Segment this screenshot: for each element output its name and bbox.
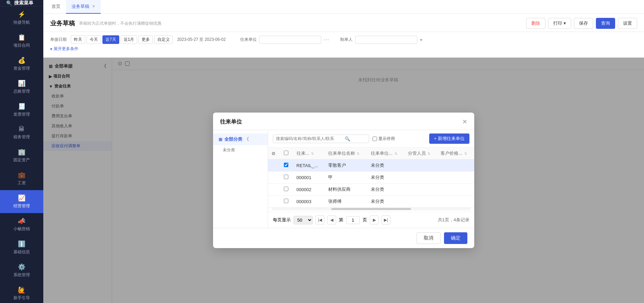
page-prefix: 第 [339, 217, 343, 223]
col-settings-icon[interactable]: ⚙ [271, 151, 276, 156]
show-disabled-text: 显示停用 [378, 136, 395, 142]
table-row[interactable]: RETAIL_... 零散客户 未分类 [268, 160, 474, 172]
scrollbar-thumb[interactable] [331, 208, 411, 210]
date-filter-label: 单据日期 [50, 37, 67, 43]
prev-page-btn[interactable]: ◀ [327, 215, 336, 224]
row-checkbox[interactable] [284, 187, 288, 191]
date-btn-7days[interactable]: 近7天 [102, 35, 119, 44]
save-button[interactable]: 保存 [574, 18, 593, 29]
creator-label: 制单人 [340, 37, 353, 43]
table-select-all[interactable] [284, 151, 288, 155]
horizontal-scrollbar[interactable] [271, 208, 471, 210]
sort-mgr-icon[interactable]: ⇅ [428, 152, 430, 155]
creator-input[interactable] [355, 36, 417, 44]
cancel-button[interactable]: 取消 [417, 232, 441, 244]
per-page-select[interactable]: 50 100 [293, 216, 313, 224]
first-page-btn[interactable]: |◀ [315, 215, 324, 224]
td-code: 000003 [293, 196, 325, 208]
expand-arrow-icon: ▾ [50, 47, 52, 51]
th-manager: 分管人员 ⇅ [404, 148, 437, 160]
show-disabled-checkbox[interactable] [373, 137, 377, 141]
td-price [437, 172, 474, 184]
th-price: 客户价格... ⇅ [437, 148, 474, 160]
sidebar-item-quick-nav[interactable]: ⚡ 快捷导航 [0, 7, 43, 30]
dialog-cat-all[interactable]: ⊞ 全部分类 《 [213, 133, 268, 145]
td-code: RETAIL_... [293, 160, 325, 172]
dialog-search-input[interactable] [276, 136, 345, 141]
sidebar-item-project[interactable]: 📋 项目合同 [0, 30, 43, 53]
sidebar-item-accounts[interactable]: 📊 总账管理 [0, 75, 43, 98]
settings-button[interactable]: 设置 [618, 18, 637, 29]
show-disabled-label: 显示停用 [373, 136, 395, 142]
date-btn-more[interactable]: 更多 [138, 35, 153, 44]
date-btn-today[interactable]: 今天 [87, 35, 101, 44]
dialog-toolbar: 🔍 显示停用 + 新增往来单位 [268, 130, 474, 148]
td-name: 甲 [325, 172, 368, 184]
delete-button[interactable]: 删除 [526, 18, 545, 29]
tab-draft-label: 业务草稿 [71, 3, 89, 10]
assets-icon: 🏢 [18, 148, 25, 156]
last-page-btn[interactable]: ▶| [381, 215, 390, 224]
dialog-close-icon[interactable]: ✕ [462, 118, 467, 126]
sort-name-icon[interactable]: ⇅ [357, 152, 359, 155]
table-row[interactable]: 000001 甲 未分类 [268, 172, 474, 184]
row-checkbox[interactable] [284, 199, 288, 203]
sidebar-item-label: 发票管理 [13, 112, 30, 117]
table-row[interactable]: 000002 材料供应商 未分类 [268, 184, 474, 196]
confirm-button[interactable]: 确定 [444, 232, 467, 244]
sidebar-logo-label[interactable]: 搜索菜单 [14, 0, 33, 6]
page-header: 业务草稿 草稿转为正式单据时，不会执行满赠促销优惠 删除 打印 ▾ 保存 查询 … [43, 14, 644, 32]
tab-home[interactable]: 首页 [46, 0, 66, 14]
sidebar-item-guide[interactable]: 🙋 新手引导 [0, 282, 43, 303]
sort-code-icon[interactable]: ⇅ [311, 152, 314, 155]
td-checkbox [280, 196, 293, 208]
cat-collapse-icon[interactable]: 《 [244, 136, 249, 142]
operations-icon: 📈 [18, 194, 25, 202]
sidebar-item-base[interactable]: ℹ️ 基础信息 [0, 236, 43, 259]
print-button[interactable]: 打印 ▾ [548, 18, 571, 29]
filter-area: 单据日期 昨天 今天 近7天 近1月 更多 自定义 2023-05-27 至 2… [43, 32, 644, 58]
date-btn-yesterday[interactable]: 昨天 [71, 35, 85, 44]
guide-icon: 🙋 [18, 286, 25, 294]
partner-input[interactable] [259, 36, 321, 44]
query-button[interactable]: 查询 [596, 18, 615, 29]
date-btn-custom[interactable]: 自定义 [154, 35, 173, 44]
sidebar-item-label: 固定资产 [13, 157, 30, 163]
salary-icon: 💼 [18, 171, 25, 179]
row-checkbox[interactable] [284, 163, 288, 167]
page-title-area: 业务草稿 草稿转为正式单据时，不会执行满赠促销优惠 [50, 19, 162, 27]
sidebar-item-invoice[interactable]: 🧾 发票管理 [0, 98, 43, 121]
finance-icon: 💰 [18, 57, 25, 64]
add-partner-button[interactable]: + 新增往来单位 [429, 133, 469, 144]
dialog: 往来单位 ✕ ⊞ 全部分类 《 未分类 [213, 113, 474, 248]
page-number-input[interactable] [346, 216, 360, 224]
sidebar-item-tax[interactable]: 🏛 税务管理 [0, 121, 43, 144]
sidebar-item-finance[interactable]: 💰 资金管理 [0, 53, 43, 75]
table-row[interactable]: 000003 张师傅 未分类 [268, 196, 474, 208]
td-settings [268, 160, 280, 172]
tab-draft[interactable]: 业务草稿 ✕ [66, 0, 101, 14]
partner-label: 往来单位 [240, 37, 257, 43]
sort-cat-icon[interactable]: ⇅ [395, 152, 397, 155]
base-icon: ℹ️ [18, 240, 25, 248]
sidebar-item-salary[interactable]: 💼 工资 [0, 167, 43, 190]
next-page-btn[interactable]: ▶ [370, 215, 379, 224]
page-total: 共1页，4条记录 [438, 217, 469, 223]
dialog-cat-unclassified[interactable]: 未分类 [213, 145, 268, 155]
th-checkbox [280, 148, 293, 160]
sidebar-item-assets[interactable]: 🏢 固定资产 [0, 144, 43, 167]
td-code: 000001 [293, 172, 325, 184]
content-area: ⊞ 全部单据 《 ▶ 项目合同 ▼ 资金往来 收款单 付款单 费用支出单 其他收… [43, 58, 644, 303]
page-subtitle: 草稿转为正式单据时，不会执行满赠促销优惠 [79, 21, 162, 26]
row-checkbox[interactable] [284, 175, 288, 179]
partner-table: ⚙ 往来... ⇅ 往来单位名称 ⇅ 往来单位... ⇅ 分管人员 ⇅ 客户价格… [268, 148, 474, 208]
sidebar-item-operations[interactable]: 📈 经营管理 [0, 190, 43, 213]
sidebar-item-system[interactable]: ⚙️ 系统管理 [0, 259, 43, 282]
tab-close-icon[interactable]: ✕ [92, 4, 95, 9]
date-btn-1month[interactable]: 近1月 [121, 35, 137, 44]
expand-filter-btn[interactable]: ▾ 展开更多条件 [50, 46, 78, 52]
dialog-title: 往来单位 [220, 118, 242, 126]
sort-price-icon[interactable]: ⇅ [464, 152, 467, 155]
sidebar-item-marketing[interactable]: 📣 小畅营销 [0, 213, 43, 236]
td-category: 未分类 [367, 160, 404, 172]
